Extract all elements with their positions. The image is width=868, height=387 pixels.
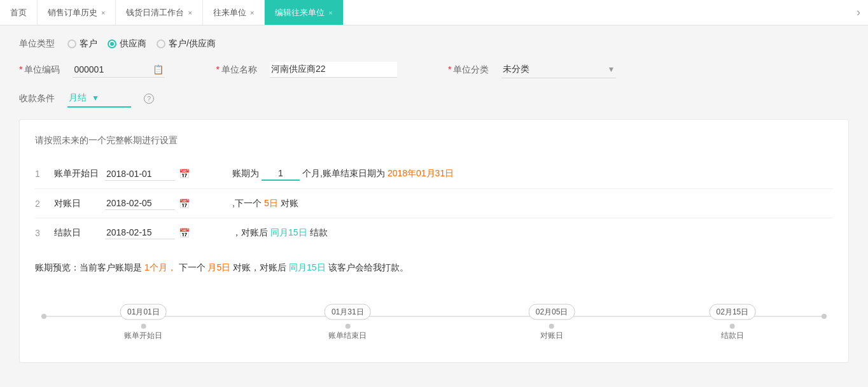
step-num-2: 2: [35, 199, 54, 209]
step-row-1: 1 账单开始日 📅 账期为 个月,账单结束日期为 2018年01月31日: [35, 159, 833, 189]
unit-category-label: 单位分类: [448, 64, 489, 76]
step-desc-before-1: 账期为: [232, 168, 259, 179]
radio-supplier[interactable]: 供应商: [108, 38, 146, 50]
preview-label: 账期预览：当前客户账期是: [35, 262, 142, 272]
step-calendar-icon-2[interactable]: 📅: [179, 199, 190, 209]
payment-condition-select[interactable]: 月结 ▼: [67, 90, 131, 108]
timeline-point-end: 01月31日 账单结束日: [325, 304, 371, 329]
preview-reconcile-suffix: 对账，对账后: [233, 262, 286, 272]
timeline-badge-payment: 02月15日: [710, 304, 756, 320]
timeline-dot-left: [41, 314, 46, 319]
step-date-1: 📅: [105, 167, 232, 181]
tab-cash-workbench-label: 钱货日清工作台: [126, 7, 184, 18]
tab-edit-partner-label: 编辑往来单位: [275, 7, 325, 18]
preview-mid: 下一个: [179, 262, 206, 272]
unit-category-value: 未分类: [503, 64, 602, 75]
tab-sales-history-label: 销售订单历史: [48, 7, 97, 18]
tab-home-label: 首页: [10, 7, 27, 18]
payment-condition-label: 收款条件: [19, 93, 55, 104]
step-desc-prefix-2: ,下一个: [232, 198, 262, 209]
step-num-3: 3: [35, 228, 54, 238]
payment-condition-value: 月结: [69, 92, 87, 104]
tab-cash-workbench-close[interactable]: ×: [188, 9, 192, 17]
step-desc-after-1: 个月,账单结束日期为: [302, 168, 385, 179]
step-row-3: 3 结款日 📅 ，对账后 同月15日 结款: [35, 218, 833, 247]
unit-code-input[interactable]: [74, 64, 150, 74]
radio-both-circle: [157, 39, 165, 48]
radio-customer-circle: [67, 39, 76, 48]
step-date-3: 📅: [105, 226, 232, 239]
timeline-label-payment: 结款日: [721, 330, 744, 341]
timeline-label-reconcile: 对账日: [540, 330, 563, 341]
main-content: 单位类型 客户 供应商 客户/供应商 单位编码 📋 单位名称 单位分类: [0, 25, 868, 376]
tab-home[interactable]: 首页: [0, 0, 38, 25]
unit-category-select[interactable]: 未分类 ▼: [501, 61, 616, 78]
step-desc-3: ，对账后 同月15日 结款: [232, 227, 833, 239]
radio-supplier-label: 供应商: [120, 38, 146, 50]
step-highlight-3: 同月15日: [270, 227, 307, 239]
radio-supplier-circle: [108, 39, 116, 48]
preview-pay-day: 同月15日: [289, 262, 326, 272]
timeline-point-reconcile: 02月05日 对账日: [529, 304, 575, 329]
unit-code-field: 📋: [73, 62, 165, 78]
unit-name-label: 单位名称: [216, 64, 256, 76]
step-row-2: 2 对账日 📅 ,下一个 5日 对账: [35, 189, 833, 218]
timeline-badge-reconcile: 02月05日: [529, 304, 575, 320]
tab-partner-unit-label: 往来单位: [213, 7, 246, 18]
help-icon[interactable]: ?: [144, 94, 154, 104]
period-settings-card: 请按照未来的一个完整帐期进行设置 1 账单开始日 📅 账期为 个月,账单结束日期…: [19, 119, 849, 363]
tabs-bar: 首页 销售订单历史 × 钱货日清工作台 × 往来单位 × 编辑往来单位 × ›: [0, 0, 868, 25]
tab-more-button[interactable]: ›: [849, 0, 868, 25]
step-desc-suffix-3: 结款: [310, 227, 328, 239]
unit-code-icon[interactable]: 📋: [153, 64, 164, 74]
step-desc-1: 账期为 个月,账单结束日期为 2018年01月31日: [232, 167, 833, 181]
radio-customer[interactable]: 客户: [67, 38, 97, 50]
step-desc-prefix-3: ，对账后: [232, 227, 268, 239]
step-date-input-1[interactable]: [105, 167, 175, 181]
step-highlight-1: 2018年01月31日: [388, 168, 454, 179]
radio-both[interactable]: 客户/供应商: [157, 38, 216, 50]
preview-reconcile-day: 月5日: [207, 262, 230, 272]
preview-end: 该客户会给我打款。: [328, 262, 409, 272]
step-desc-2: ,下一个 5日 对账: [232, 198, 833, 209]
tab-partner-unit-close[interactable]: ×: [250, 9, 254, 17]
tab-edit-partner-close[interactable]: ×: [328, 9, 332, 17]
step-date-2: 📅: [105, 197, 232, 210]
timeline-label-end: 账单结束日: [328, 330, 367, 341]
unit-type-row: 单位类型 客户 供应商 客户/供应商: [19, 38, 849, 50]
step-highlight-2: 5日: [264, 198, 278, 209]
payment-condition-row: 收款条件 月结 ▼ ?: [19, 90, 849, 108]
unit-category-arrow: ▼: [607, 65, 615, 74]
step-desc-suffix-2: 对账: [281, 198, 298, 209]
timeline-dot-right: [822, 314, 827, 319]
timeline-point-start: 01月01日 账单开始日: [120, 304, 167, 329]
preview-text: 账期预览：当前客户账期是 1个月， 下一个 月5日 对账，对账后 同月15日 该…: [35, 260, 833, 276]
timeline-label-start: 账单开始日: [124, 330, 162, 341]
timeline-container: 01月01日 账单开始日 01月31日 账单结束日 02月05日 对账日: [35, 291, 833, 342]
step-name-1: 账单开始日: [54, 168, 105, 179]
unit-info-row: 单位编码 📋 单位名称 单位分类 未分类 ▼: [19, 61, 849, 78]
timeline-badge-start: 01月01日: [120, 304, 167, 320]
unit-name-input[interactable]: [270, 62, 397, 78]
step-date-input-2[interactable]: [105, 197, 175, 210]
tab-cash-workbench[interactable]: 钱货日清工作台 ×: [116, 0, 202, 25]
tab-sales-history-close[interactable]: ×: [101, 9, 105, 17]
tab-edit-partner[interactable]: 编辑往来单位 ×: [265, 0, 343, 25]
step-date-input-3[interactable]: [105, 226, 175, 239]
period-input[interactable]: [262, 167, 300, 181]
timeline-wrapper: 01月01日 账单开始日 01月31日 账单结束日 02月05日 对账日: [41, 291, 827, 342]
card-hint: 请按照未来的一个完整帐期进行设置: [35, 135, 833, 146]
step-name-3: 结款日: [54, 227, 105, 239]
step-calendar-icon-1[interactable]: 📅: [179, 169, 190, 179]
radio-customer-label: 客户: [80, 38, 97, 50]
preview-period: 1个月，: [144, 262, 176, 272]
step-name-2: 对账日: [54, 198, 105, 209]
step-num-1: 1: [35, 169, 54, 179]
payment-condition-arrow: ▼: [92, 94, 99, 102]
unit-type-label: 单位类型: [19, 38, 55, 50]
tab-partner-unit[interactable]: 往来单位 ×: [203, 0, 265, 25]
steps-table: 1 账单开始日 📅 账期为 个月,账单结束日期为 2018年01月31日 2 对…: [35, 159, 833, 247]
step-calendar-icon-3[interactable]: 📅: [179, 228, 190, 238]
timeline-badge-end: 01月31日: [325, 304, 371, 320]
tab-sales-history[interactable]: 销售订单历史 ×: [38, 0, 116, 25]
